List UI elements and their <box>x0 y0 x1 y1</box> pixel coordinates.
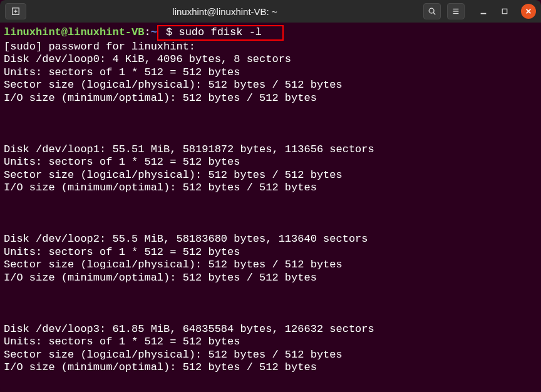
close-button[interactable] <box>521 4 536 19</box>
titlebar-right <box>423 3 536 19</box>
sudo-password-line: [sudo] password for linuxhint: <box>4 41 195 53</box>
prompt-dollar: $ <box>160 26 179 38</box>
disk0-line4: I/O size (minimum/optimal): 512 bytes / … <box>4 92 317 104</box>
search-button[interactable] <box>423 3 441 19</box>
prompt-user: linuxhint@linuxhint-VB <box>4 26 144 38</box>
terminal-window: linuxhint@linuxhint-VB: ~ linuxhint@l <box>0 0 541 392</box>
svg-line-4 <box>433 13 435 14</box>
window-controls <box>478 4 536 19</box>
new-tab-button[interactable] <box>5 3 26 19</box>
disk3-line3: Sector size (logical/physical): 512 byte… <box>4 349 343 361</box>
titlebar-left <box>5 3 26 19</box>
svg-point-3 <box>429 8 434 13</box>
prompt-path: ~ <box>151 26 157 38</box>
disk2-line3: Sector size (logical/physical): 512 byte… <box>4 259 343 271</box>
disk1-line3: Sector size (logical/physical): 512 byte… <box>4 169 343 181</box>
window-title: linuxhint@linuxhint-VB: ~ <box>31 6 418 17</box>
titlebar: linuxhint@linuxhint-VB: ~ <box>0 0 541 23</box>
disk3-line4: I/O size (minimum/optimal): 512 bytes / … <box>4 361 317 373</box>
command-text: sudo fdisk -l <box>178 26 262 38</box>
prompt-separator: : <box>144 26 150 38</box>
disk3-line2: Units: sectors of 1 * 512 = 512 bytes <box>4 336 240 348</box>
command-highlight-box: $ sudo fdisk -l <box>157 25 284 41</box>
disk0-line1: Disk /dev/loop0: 4 KiB, 4096 bytes, 8 se… <box>4 53 291 65</box>
disk2-line1: Disk /dev/loop2: 55.5 MiB, 58183680 byte… <box>4 233 368 245</box>
disk1-line2: Units: sectors of 1 * 512 = 512 bytes <box>4 156 240 168</box>
disk2-line2: Units: sectors of 1 * 512 = 512 bytes <box>4 246 240 258</box>
disk1-line4: I/O size (minimum/optimal): 512 bytes / … <box>4 182 317 193</box>
disk1-line1: Disk /dev/loop1: 55.51 MiB, 58191872 byt… <box>4 143 374 155</box>
menu-button[interactable] <box>447 3 465 19</box>
terminal-output[interactable]: linuxhint@linuxhint-VB:~ $ sudo fdisk -l… <box>0 23 541 392</box>
disk0-line2: Units: sectors of 1 * 512 = 512 bytes <box>4 66 240 78</box>
disk0-line3: Sector size (logical/physical): 512 byte… <box>4 79 343 91</box>
minimize-button[interactable] <box>478 6 488 16</box>
disk2-line4: I/O size (minimum/optimal): 512 bytes / … <box>4 272 317 284</box>
maximize-button[interactable] <box>500 6 510 16</box>
disk3-line1: Disk /dev/loop3: 61.85 MiB, 64835584 byt… <box>4 323 374 335</box>
svg-rect-9 <box>502 9 507 14</box>
